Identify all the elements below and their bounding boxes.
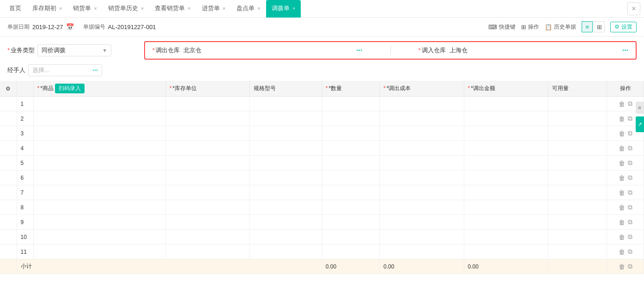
tab-transfer-order[interactable]: 调拨单 × [266,0,301,18]
delete-row-icon[interactable]: 🗑 [619,233,625,241]
copy-row-icon[interactable]: ⧉ [628,233,632,241]
row-product-cell[interactable] [33,156,165,171]
transfer-in-label: *调入仓库 [419,46,446,55]
copy-row-icon[interactable]: ⧉ [628,129,632,137]
copy-row-icon[interactable]: ⧉ [628,115,632,122]
window-close-button[interactable]: × [627,2,640,15]
delete-row-icon[interactable]: 🗑 [619,174,625,182]
row-amount-cell [464,230,548,244]
tab-close-sales-order[interactable]: × [94,6,97,11]
table-row: 5 🗑 ⧉ [0,156,644,171]
row-settings-cell [0,230,17,244]
history-button[interactable]: 📋 历史单据 [545,23,576,31]
tab-close-sales-history[interactable]: × [141,6,144,11]
row-spec-cell [250,230,322,244]
col-qty: **数量 [322,81,379,97]
tab-close-inventory-check[interactable]: × [257,6,260,11]
tab-inventory-check[interactable]: 盘点单 × [231,0,266,18]
copy-row-icon[interactable]: ⧉ [628,218,632,226]
row-product-cell[interactable] [33,200,165,215]
tab-inventory-init[interactable]: 库存期初 × [27,0,67,18]
delete-row-icon[interactable]: 🗑 [619,115,625,122]
tab-sales-history[interactable]: 销货单历史 × [103,0,149,18]
delete-row-icon[interactable]: 🗑 [619,204,625,211]
row-num-cell: 3 [17,126,33,141]
subtotal-qty-cell: 0.00 [322,259,379,274]
delete-row-icon[interactable]: 🗑 [619,219,625,226]
delete-row-icon[interactable]: 🗑 [619,145,625,152]
row-amount-cell [464,200,548,215]
row-product-cell[interactable] [33,185,165,200]
row-product-cell[interactable] [33,141,165,156]
delete-row-icon[interactable]: 🗑 [619,100,625,108]
sidebar-list-button[interactable]: ≡ [636,102,644,114]
row-product-cell[interactable] [33,97,165,111]
handler-more-button[interactable]: ··· [92,67,98,74]
required-star: * [7,47,10,54]
delete-row-icon[interactable]: 🗑 [619,159,625,167]
doc-no-field: 单据编号 AL-20191227-001 [83,23,156,31]
row-available-cell [548,200,607,215]
row-spec-cell [250,244,322,259]
shortcut-button[interactable]: ⌨ 快捷键 [488,23,516,31]
copy-row-icon[interactable]: ⧉ [628,203,632,211]
row-settings-cell [0,171,17,185]
calendar-icon[interactable]: 📅 [66,23,74,31]
subtotal-copy-icon: ⧉ [628,262,632,270]
delete-row-icon[interactable]: 🗑 [619,189,625,196]
row-amount-cell [464,126,548,141]
copy-row-icon[interactable]: ⧉ [628,248,632,256]
row-product-cell[interactable] [33,244,165,259]
row-settings-cell [0,156,17,171]
scan-button[interactable]: 扫码录入 [55,84,85,93]
col-settings[interactable]: ⚙ [0,81,17,97]
settings-button[interactable]: ⚙ 设置 [610,22,637,32]
row-product-cell[interactable] [33,215,165,230]
row-qty-cell [322,156,379,171]
tab-close-transfer-order[interactable]: × [292,6,295,11]
form-row-1: *业务类型 同价调拨 ▼ *调出仓库 北京仓 ··· [7,41,637,60]
handler-select[interactable]: 选择... ··· [28,64,102,76]
tab-purchase-order[interactable]: 进货单 × [196,0,231,18]
row-product-cell[interactable] [33,171,165,185]
row-product-cell[interactable] [33,126,165,141]
copy-row-icon[interactable]: ⧉ [628,189,632,196]
operations-button[interactable]: ⊞ 操作 [521,23,539,31]
col-product: **商品 扫码录入 [33,81,165,97]
keyboard-icon: ⌨ [488,24,497,31]
sidebar-expand-button[interactable]: ↗ [636,116,644,132]
row-cost-cell [380,156,464,171]
tab-close-purchase-order[interactable]: × [223,6,225,11]
row-cost-cell [380,215,464,230]
tab-close-inventory-init[interactable]: × [59,6,62,11]
transfer-out-label: *调出仓库 [152,46,180,55]
list-view-button[interactable]: ≡ [582,21,593,32]
grid-view-button[interactable]: ⊞ [594,21,605,32]
delete-row-icon[interactable]: 🗑 [619,130,625,137]
row-actions-cell: 🗑 ⧉ [607,244,644,259]
transfer-in-more-button[interactable]: ··· [622,46,628,55]
row-product-cell[interactable] [33,230,165,244]
table-row: 11 🗑 ⧉ [0,244,644,259]
row-available-cell [548,156,607,171]
transfer-out-more-button[interactable]: ··· [356,46,362,55]
copy-row-icon[interactable]: ⧉ [628,100,632,108]
copy-row-icon[interactable]: ⧉ [628,144,632,152]
tab-sales-order[interactable]: 销货单 × [67,0,102,18]
tab-home[interactable]: 首页 [4,0,27,18]
copy-row-icon[interactable]: ⧉ [628,159,632,167]
row-product-cell[interactable] [33,111,165,126]
doc-date-field: 单据日期 2019-12-27 📅 [7,23,74,31]
row-spec-cell [250,141,322,156]
row-qty-cell [322,230,379,244]
col-num [17,81,33,97]
row-qty-cell [322,141,379,156]
tab-view-sales[interactable]: 查看销货单 × [149,0,196,18]
tab-close-view-sales[interactable]: × [188,6,190,11]
row-cost-cell [380,126,464,141]
copy-row-icon[interactable]: ⧉ [628,174,632,182]
delete-row-icon[interactable]: 🗑 [619,248,625,256]
business-type-select[interactable]: 同价调拨 ▼ [37,44,111,56]
row-actions-cell: 🗑 ⧉ [607,141,644,156]
row-num-cell: 1 [17,97,33,111]
